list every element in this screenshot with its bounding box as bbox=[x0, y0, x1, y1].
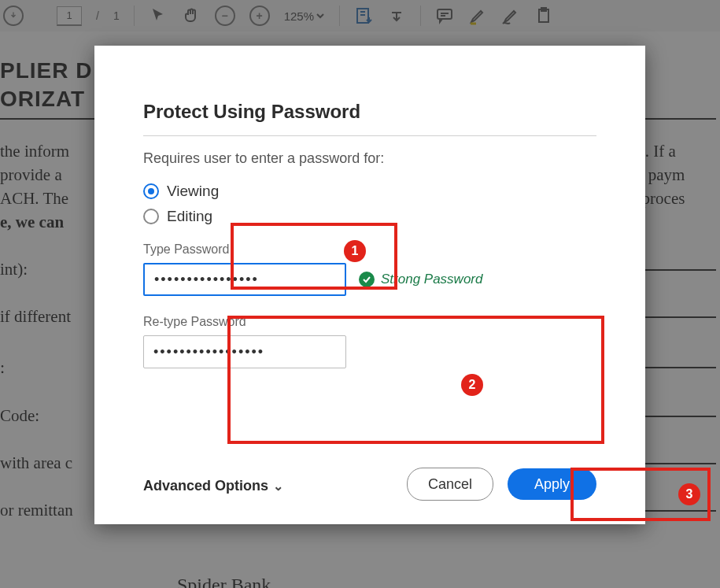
doc-text: e, we can bbox=[0, 213, 64, 232]
sign-icon[interactable] bbox=[501, 6, 520, 25]
dialog-title: Protect Using Password bbox=[143, 101, 596, 123]
toolbar-separator bbox=[339, 6, 340, 26]
advanced-options-label: Advanced Options bbox=[143, 478, 268, 494]
dialog-button-row: Cancel Apply bbox=[407, 468, 596, 501]
zoom-dropdown[interactable]: 125% bbox=[284, 9, 325, 23]
page-total: 1 bbox=[113, 9, 120, 22]
advanced-options-toggle[interactable]: Advanced Options ⌄ bbox=[143, 478, 283, 494]
cancel-button[interactable]: Cancel bbox=[407, 468, 493, 501]
page-number-input[interactable]: 1 bbox=[57, 6, 82, 26]
doc-bank-name: Spider Bank bbox=[177, 575, 271, 588]
highlight-icon[interactable] bbox=[468, 6, 487, 25]
retype-password-input[interactable] bbox=[143, 335, 346, 368]
doc-text: the inform bbox=[0, 142, 69, 161]
radio-viewing[interactable]: Viewing bbox=[143, 183, 596, 200]
password-strength-text: Strong Password bbox=[381, 272, 482, 287]
doc-text: int): bbox=[0, 260, 28, 279]
requires-label: Requires user to enter a password for: bbox=[143, 150, 596, 167]
check-icon bbox=[359, 272, 375, 287]
radio-label: Editing bbox=[167, 208, 212, 225]
dialog-divider bbox=[143, 135, 596, 136]
select-tool-icon[interactable] bbox=[149, 6, 168, 25]
doc-text: Code: bbox=[0, 406, 39, 426]
password-mode-radio-group: Viewing Editing bbox=[143, 183, 596, 225]
doc-text: with area c bbox=[0, 453, 72, 473]
doc-text: or remittan bbox=[0, 501, 73, 520]
export-icon[interactable] bbox=[387, 6, 406, 25]
radio-label: Viewing bbox=[167, 183, 219, 200]
zoom-in-icon[interactable]: + bbox=[249, 6, 270, 26]
pdf-toolbar: 1 / 1 − + 125% bbox=[0, 0, 720, 32]
hand-tool-icon[interactable] bbox=[182, 6, 201, 25]
doc-heading-line2: ORIZAT bbox=[0, 87, 85, 112]
download-icon[interactable] bbox=[3, 6, 24, 26]
password-input[interactable] bbox=[143, 263, 346, 296]
save-page-icon[interactable] bbox=[354, 6, 373, 25]
radio-icon bbox=[143, 183, 159, 199]
protect-password-dialog: Protect Using Password Requires user to … bbox=[94, 46, 645, 524]
doc-text: provide a bbox=[0, 165, 62, 185]
type-password-label: Type Password bbox=[143, 242, 596, 257]
toolbar-separator bbox=[420, 6, 421, 26]
comment-icon[interactable] bbox=[435, 6, 454, 25]
chevron-down-icon: ⌄ bbox=[273, 479, 283, 494]
retype-password-label: Re-type Password bbox=[143, 315, 596, 329]
apply-button[interactable]: Apply bbox=[508, 468, 596, 500]
password-strength: Strong Password bbox=[359, 272, 482, 287]
radio-icon bbox=[143, 209, 159, 224]
toolbar-separator bbox=[134, 6, 135, 26]
radio-editing[interactable]: Editing bbox=[143, 208, 596, 225]
doc-text: ACH. The bbox=[0, 189, 68, 209]
doc-text: if different bbox=[0, 307, 71, 327]
clipboard-icon[interactable] bbox=[534, 6, 553, 25]
doc-heading-line1: PLIER D bbox=[0, 58, 92, 83]
doc-text: : bbox=[0, 357, 5, 378]
page-separator: / bbox=[96, 9, 99, 22]
zoom-out-icon[interactable]: − bbox=[215, 6, 235, 26]
